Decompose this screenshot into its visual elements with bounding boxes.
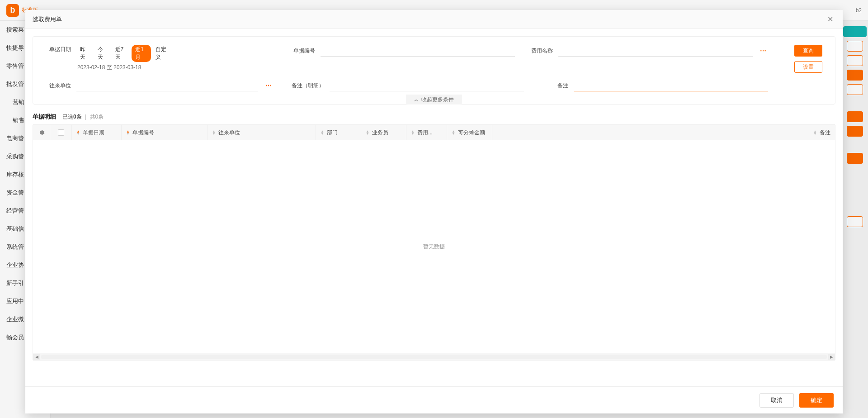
scroll-right-button[interactable]: ▶ [828, 354, 835, 360]
filters-card: 单据日期 昨天 今天 近7天 近1月 自定义 2023-02-18 至 2023… [33, 36, 835, 104]
date-preset-yesterday[interactable]: 昨天 [76, 45, 93, 62]
filter-feename-input[interactable] [558, 45, 753, 57]
gear-icon [38, 129, 45, 136]
selected-count: 已选0条 | 共0条 [62, 113, 104, 121]
sort-icon: ▲▼ [813, 130, 817, 135]
date-range-text: 2023-02-18 至 2023-03-18 [76, 64, 173, 71]
col-header-remark[interactable]: ▲▼ 备注 [492, 125, 835, 140]
table-empty-text: 暂无数据 [33, 140, 835, 353]
triangle-left-icon: ◀ [35, 355, 38, 359]
filter-remark-label: 备注 [543, 82, 568, 90]
collapse-filters-button[interactable]: ︽ 收起更多条件 [406, 95, 462, 104]
horizontal-scrollbar[interactable]: ◀ ▶ [33, 353, 835, 360]
collapse-up-icon: ︽ [414, 96, 419, 103]
filter-partner-label: 往来单位 [46, 82, 71, 90]
filter-remark-detail-label: 备注（明细） [286, 82, 324, 90]
sort-icon: ▲▼ [76, 130, 80, 135]
feename-picker-button[interactable]: ⋯ [758, 47, 768, 54]
scroll-track[interactable] [41, 355, 827, 359]
detail-table: ▲▼ 单据日期 ▲▼ 单据编号 ▲▼ 往来单位 ▲▼ 部门 ▲▼ 业务员 [33, 124, 835, 361]
settings-button[interactable]: 设置 [794, 61, 822, 73]
cancel-button[interactable]: 取消 [760, 393, 794, 408]
date-preset-today[interactable]: 今天 [94, 45, 111, 62]
date-preset-1month[interactable]: 近1月 [132, 45, 151, 62]
column-settings-button[interactable] [33, 125, 50, 140]
col-header-fee[interactable]: ▲▼ 费用... [406, 125, 447, 140]
col-header-code[interactable]: ▲▼ 单据编号 [122, 125, 208, 140]
query-button[interactable]: 查询 [794, 45, 822, 57]
filter-partner-input[interactable] [76, 80, 258, 91]
date-preset-custom[interactable]: 自定义 [152, 45, 173, 62]
col-header-amount[interactable]: ▲▼ 可分摊金额 [447, 125, 492, 140]
filter-remark-detail-input[interactable] [330, 80, 524, 91]
sort-icon: ▲▼ [366, 130, 369, 135]
col-header-employee[interactable]: ▲▼ 业务员 [361, 125, 406, 140]
ellipsis-icon: ⋯ [760, 47, 766, 54]
scroll-left-button[interactable]: ◀ [33, 354, 40, 360]
confirm-button[interactable]: 确定 [799, 393, 834, 408]
sort-icon: ▲▼ [126, 130, 130, 135]
close-icon: ✕ [827, 15, 833, 24]
sort-icon: ▲▼ [452, 130, 455, 135]
date-preset-7days[interactable]: 近7天 [112, 45, 131, 62]
collapse-filters-label: 收起更多条件 [421, 96, 454, 104]
ellipsis-icon: ⋯ [265, 82, 272, 89]
modal-close-button[interactable]: ✕ [825, 14, 835, 25]
filter-code-input[interactable] [321, 45, 515, 57]
modal-title: 选取费用单 [33, 15, 62, 24]
sort-icon: ▲▼ [321, 130, 324, 135]
filter-remark-input[interactable] [574, 80, 768, 91]
detail-title: 单据明细 [33, 113, 56, 121]
filter-feename-label: 费用名称 [528, 47, 553, 55]
select-fee-modal: 选取费用单 ✕ 单据日期 昨天 今天 近7天 近1月 自定义 [25, 10, 843, 413]
col-header-date[interactable]: ▲▼ 单据日期 [72, 125, 122, 140]
col-header-dept[interactable]: ▲▼ 部门 [316, 125, 361, 140]
sort-icon: ▲▼ [411, 130, 415, 135]
partner-picker-button[interactable]: ⋯ [264, 82, 274, 89]
select-all-checkbox[interactable] [58, 129, 64, 136]
filter-code-label: 单据编号 [290, 47, 315, 55]
triangle-right-icon: ▶ [830, 355, 833, 359]
filter-date-label: 单据日期 [46, 45, 71, 53]
sort-icon: ▲▼ [212, 130, 216, 135]
col-header-unit[interactable]: ▲▼ 往来单位 [208, 125, 316, 140]
